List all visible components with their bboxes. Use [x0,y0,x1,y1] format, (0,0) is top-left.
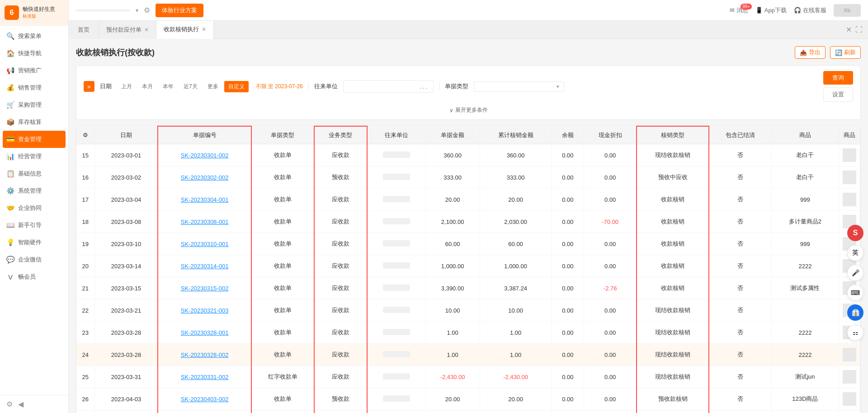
voucher-link[interactable]: SK-20230328-001 [181,329,229,336]
td-voucher-no: SK-20230304-001 [158,189,251,211]
td-voucher-type: 收款单 [251,388,314,410]
th-verify-type[interactable]: 核销类型 [637,126,709,144]
voucher-link[interactable]: SK-20230301-002 [181,152,229,159]
float-grid-icon[interactable]: ⚏ [847,324,863,341]
td-product: 测试jun [771,366,839,388]
td-biz-type: 预收款 [314,388,367,410]
voucher-link[interactable]: SK-20230315-002 [181,285,229,292]
table-row: 19 2023-03-10 SK-20230310-001 收款单 应收款 60… [76,233,860,255]
messages-button[interactable]: ✉ 消息 99+ [730,6,748,14]
filter-7days[interactable]: 近7天 [179,81,202,92]
filter-this-month[interactable]: 本月 [138,81,157,92]
settings-button[interactable]: 设置 [823,87,853,102]
sidebar-item-hardware[interactable]: 💡智能硬件 [0,234,68,251]
th-product2[interactable]: 商品 [839,126,860,144]
sidebar-item-inventory[interactable]: 📦库存核算 [0,114,68,131]
voucher-link[interactable]: SK-20230321-003 [181,307,229,314]
th-biz-type[interactable]: 业务类型 [314,126,367,144]
th-product[interactable]: 商品 [771,126,839,144]
close-all-icon[interactable]: ✕ [846,25,852,34]
sidebar-icon-enterprise: 🤝 [6,204,14,212]
float-mic-icon[interactable]: 🎤 [847,265,863,281]
float-english-icon[interactable]: 英 [847,245,863,261]
sidebar-item-purchase[interactable]: 🛒采购管理 [0,96,68,114]
filter-voucher-type-select[interactable]: ▾ [474,81,564,92]
td-include-settled: 否 [709,189,771,211]
filter-last-month[interactable]: 上月 [117,81,136,92]
filter-more-dates[interactable]: 更多 [203,81,222,92]
th-cash-discount[interactable]: 现金折扣 [584,126,637,144]
tab-prepay[interactable]: 预付款应付单 ✕ [99,21,156,39]
voucher-link[interactable]: SK-20230302-002 [181,174,229,181]
collapse-icon[interactable]: ◀ [18,400,24,408]
td-voucher-type: 收款单 [251,410,314,413]
filter-partner-select[interactable]: ... [343,80,434,93]
th-include-settled[interactable]: 包含已结清 [709,126,771,144]
filter-custom-date[interactable]: 自定义 [224,81,249,92]
th-balance[interactable]: 余额 [552,126,584,144]
th-settings[interactable]: ⚙ [76,126,94,144]
sidebar-item-finance[interactable]: 💳资金管理 [3,131,66,148]
td-cash-discount: 0.00 [584,255,637,277]
tab-collection-close[interactable]: ✕ [202,26,206,33]
query-button[interactable]: 查询 [823,71,853,85]
sidebar-label-marketing: 营销推广 [18,66,42,75]
table-header-row: ⚙ 日期 单据编号 单据类型 业务类型 往来单位 单据金额 累计核销金额 余额 … [76,126,860,144]
th-voucher-no[interactable]: 单据编号 [158,126,251,144]
sidebar-item-guide[interactable]: 📖新手引导 [0,217,68,234]
tab-home[interactable]: 首页 [69,21,99,39]
topbar-chevron-icon[interactable]: ▾ [136,7,138,14]
sidebar-item-operations[interactable]: 📊经营管理 [0,148,68,165]
logo-icon: 6 [5,5,19,20]
voucher-link[interactable]: SK-20230314-001 [181,263,229,270]
export-button[interactable]: 📤 导出 [795,46,826,59]
user-avatar[interactable]: Rit [834,4,861,17]
sidebar-item-member[interactable]: V畅会员 [0,268,68,285]
online-service-button[interactable]: 🎧 在线客服 [794,6,826,14]
tab-prepay-close[interactable]: ✕ [144,27,149,33]
voucher-link[interactable]: SK-20230331-002 [181,374,229,380]
sidebar-item-shortcut[interactable]: 🏠快捷导航 [0,45,68,62]
export-icon: 📤 [800,49,807,56]
td-amount: 360.00 [425,144,480,166]
filter-this-year[interactable]: 本年 [159,81,178,92]
expand-icon[interactable]: ⛶ [855,26,863,34]
voucher-link[interactable]: SK-20230403-002 [181,396,229,403]
sidebar-item-enterprise[interactable]: 🤝企业协同 [0,199,68,217]
voucher-link[interactable]: SK-20230310-001 [181,241,229,247]
th-accumulated[interactable]: 累计核销金额 [480,126,552,144]
sidebar-item-search[interactable]: 🔍搜索菜单 [0,28,68,45]
voucher-link[interactable]: SK-20230328-002 [181,351,229,358]
th-partner[interactable]: 往来单位 [367,126,426,144]
td-product: 2222 [771,255,839,277]
sidebar-item-marketing[interactable]: 📢营销推广 [0,62,68,79]
th-amount[interactable]: 单据金额 [425,126,480,144]
td-date: 2023-03-10 [94,233,158,255]
filter-toggle-btn[interactable]: » [84,81,94,92]
sidebar-item-system[interactable]: ⚙️系统管理 [0,182,68,199]
solution-button[interactable]: 体验行业方案 [156,4,203,17]
app-download-button[interactable]: 📱 App下载 [755,6,787,14]
float-brand-icon[interactable]: S [847,225,863,241]
td-biz-type: 应收款 [314,322,367,344]
th-voucher-type[interactable]: 单据类型 [251,126,314,144]
float-keyboard-icon[interactable]: ⌨ [847,285,863,301]
voucher-link[interactable]: SK-20230308-001 [181,218,229,225]
topbar-gear-icon[interactable]: ⚙ [144,6,150,14]
settings-icon[interactable]: ⚙ [6,400,13,408]
logo-title: 畅快道好生意 [23,6,55,13]
th-date[interactable]: 日期 [94,126,158,144]
td-verify-type: 预收中应收 [637,166,709,189]
td-amount: 10.00 [425,299,480,322]
sidebar-item-wechat[interactable]: 💬企业微信 [0,251,68,268]
sidebar-item-sales[interactable]: 💰销售管理 [0,79,68,96]
page-actions: 📤 导出 🔄 刷新 [795,46,861,59]
voucher-link[interactable]: SK-20230304-001 [181,196,229,203]
filter-expand-btn[interactable]: ∨ 展开更多条件 [449,106,488,114]
td-include-settled: 否 [709,255,771,277]
tab-collection[interactable]: 收款核销执行 ✕ [156,21,214,39]
refresh-button[interactable]: 🔄 刷新 [830,46,861,59]
sidebar-item-basic[interactable]: 📋基础信息 [0,165,68,182]
float-shirt-icon[interactable]: 👔 [847,304,863,321]
td-accumulated: -2,430.00 [480,366,552,388]
